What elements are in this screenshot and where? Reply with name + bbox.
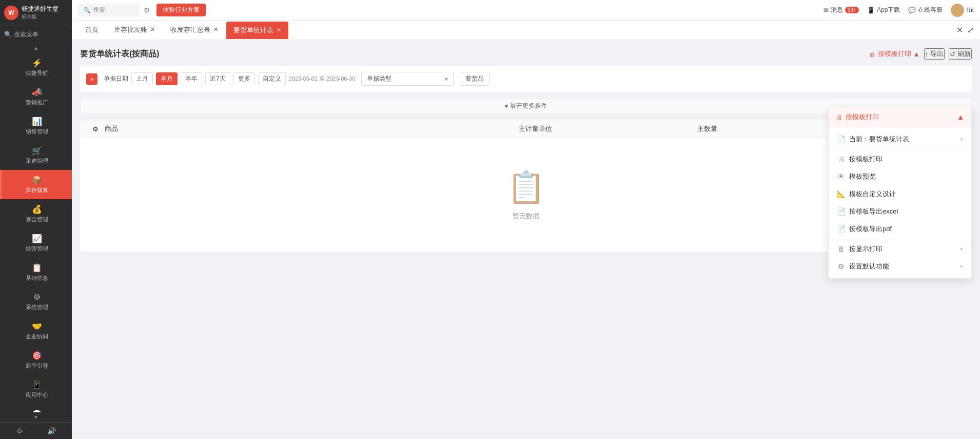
message-icon: ✉ — [824, 7, 829, 14]
export-excel-label: 按模板导出excel — [849, 207, 898, 216]
sidebar-item-quick-nav[interactable]: ⚡ 快捷导航 — [0, 53, 72, 82]
col-quantity: 主数量 — [621, 124, 794, 133]
dropdown-header-left: 🖨 按模板打印 — [836, 112, 879, 122]
export-button[interactable]: ↑ 导出 — [924, 48, 945, 60]
print-dropdown-popup: 🖨 按模板打印 ▲ 📄 当前：要货单统计表 ▾ 🖨 按模板打印 👁 — [828, 107, 972, 279]
message-badge: 99+ — [845, 7, 859, 13]
dropdown-template-print[interactable]: 🖨 按模板打印 — [829, 150, 971, 168]
order-goods-filter: 要货品 — [460, 72, 489, 86]
finance-icon: 💰 — [32, 204, 42, 214]
date-btn-last-month[interactable]: 上月 — [131, 72, 153, 85]
page-area: 要货单统计表(按商品) 🖨 按模板打印 ▲ ↑ 导出 ↺ 刷新 — [72, 40, 980, 439]
date-btn-more[interactable]: 更多 — [233, 72, 255, 85]
service-label: 在线客服 — [918, 6, 943, 14]
export-pdf-label: 按模板导出pdf — [849, 224, 892, 234]
refresh-button[interactable]: ↺ 刷新 — [949, 48, 972, 60]
sidebar-item-marketing[interactable]: 📣 营销推广 — [0, 82, 72, 111]
sidebar-nav: ⚡ 快捷导航 📣 营销推广 📊 销售管理 🛒 采购管理 📦 库存核算 💰 资金管… — [0, 53, 72, 412]
col-settings[interactable]: ⚙ — [86, 125, 105, 133]
cooperation-icon: 🤝 — [32, 321, 42, 331]
inventory-icon: 📦 — [32, 175, 42, 185]
date-btn-7days[interactable]: 近7天 — [205, 72, 230, 85]
tab-close-icon[interactable]: ✕ — [956, 25, 963, 35]
dropdown-export-excel[interactable]: 📄 按模板导出excel — [829, 203, 971, 220]
topbar-message[interactable]: ✉ 消息 99+ — [824, 6, 859, 14]
sidebar-item-inventory[interactable]: 📦 库存核算 — [0, 170, 72, 199]
date-btn-this-month[interactable]: 本月 — [156, 72, 178, 85]
tab-collect-summary[interactable]: 收发存汇总表 ✕ — [163, 21, 225, 40]
settings-icon[interactable]: ⚙ — [16, 427, 23, 435]
sidebar-item-operations[interactable]: 📈 经营管理 — [0, 228, 72, 258]
sidebar-item-cooperation[interactable]: 🤝 企业协同 — [0, 316, 72, 346]
tabs-bar: 首页 库存批次账 ✕ 收发存汇总表 ✕ 要货单统计表 ✕ ✕ ⤢ — [72, 21, 980, 40]
filter-toggle[interactable]: » — [86, 73, 97, 85]
order-type-dropdown[interactable]: 单据类型 ▾ — [361, 72, 454, 86]
topbar-app-download[interactable]: 📱 App下载 — [867, 6, 900, 14]
template-design-label: 模板自定义设计 — [849, 189, 896, 199]
sidebar-item-purchase[interactable]: 🛒 采购管理 — [0, 141, 72, 170]
sidebar-item-appstore[interactable]: 📱 应用中心 — [0, 375, 72, 404]
export-pdf-icon: 📄 — [837, 225, 845, 233]
topbar-online-service[interactable]: 💬 在线客服 — [908, 6, 943, 14]
trial-button[interactable]: 体验行业方案 — [156, 4, 206, 16]
topbar-right: ✉ 消息 99+ 📱 App下载 💬 在线客服 Rit — [824, 4, 974, 17]
tab-home[interactable]: 首页 — [78, 21, 106, 40]
dropdown-template-preview[interactable]: 👁 模板预览 — [829, 168, 971, 185]
marketing-icon: 📣 — [32, 87, 42, 97]
page-header: 要货单统计表(按商品) 🖨 按模板打印 ▲ ↑ 导出 ↺ 刷新 — [80, 48, 972, 60]
dropdown-template-design[interactable]: 📐 模板自定义设计 — [829, 185, 971, 203]
tab-expand-icon[interactable]: ⤢ — [967, 25, 974, 35]
date-label: 单据日期 — [104, 74, 128, 83]
topbar-search[interactable]: 🔍 搜索 — [78, 4, 140, 16]
close-order-summary-tab[interactable]: ✕ — [277, 27, 281, 33]
close-collect-summary-tab[interactable]: ✕ — [213, 26, 218, 33]
sidebar-item-system[interactable]: ⚙ 系统管理 — [0, 287, 72, 316]
empty-illustration: 📋 — [507, 169, 545, 205]
date-btn-this-year[interactable]: 本年 — [181, 72, 202, 85]
tab-order-summary[interactable]: 要货单统计表 ✕ — [226, 22, 288, 39]
topbar-gear-icon[interactable]: ⚙ — [144, 6, 150, 14]
sidebar-item-sales[interactable]: 📊 销售管理 — [0, 111, 72, 141]
default-func-arrow: ▾ — [960, 263, 963, 270]
template-print-label: 按模板打印 — [849, 155, 883, 164]
tab-inventory-batch[interactable]: 库存批次账 ✕ — [107, 21, 162, 40]
date-btn-custom[interactable]: 自定义 — [258, 72, 286, 85]
dropdown-export-pdf[interactable]: 📄 按模板导出pdf — [829, 220, 971, 238]
template-preview-label: 模板预览 — [849, 172, 876, 181]
date-filter-group: 单据日期 上月 本月 本年 近7天 更多 自定义 2023-06-01 至 20… — [104, 72, 355, 85]
export-excel-icon: 📄 — [837, 207, 845, 216]
template-print-icon: 🖨 — [837, 155, 845, 163]
sidebar-scroll-down[interactable]: ▼ — [0, 412, 72, 422]
page-actions: 🖨 按模板打印 ▲ ↑ 导出 ↺ 刷新 — [869, 48, 972, 60]
template-print-button[interactable]: 🖨 按模板打印 ▲ — [869, 49, 920, 59]
sidebar-item-finance[interactable]: 💰 资金管理 — [0, 199, 72, 228]
search-icon: 🔍 — [4, 31, 12, 38]
current-label: 当前：要货单统计表 — [849, 135, 909, 144]
user-avatar-area[interactable]: Rit — [951, 4, 974, 17]
sidebar-item-wechat[interactable]: 💬 企业微信 — [0, 404, 72, 412]
default-func-icon: ⚙ — [837, 262, 845, 271]
dropdown-current-template[interactable]: 📄 当前：要货单统计表 ▾ — [829, 130, 971, 148]
dropdown-close-icon[interactable]: ▲ — [957, 113, 964, 121]
sidebar-logo: W 畅捷通好生意 标准版 — [0, 0, 72, 26]
template-design-icon: 📐 — [837, 190, 845, 198]
dropdown-header: 🖨 按模板打印 ▲ — [829, 107, 971, 127]
export-icon: ↑ — [925, 50, 929, 58]
sidebar-search[interactable]: 🔍 搜索菜单 — [0, 26, 72, 43]
dropdown-display-print[interactable]: 🖥 按显示打印 ▾ — [829, 240, 971, 258]
chevron-up-icon: ▲ — [913, 50, 920, 58]
close-inventory-batch-tab[interactable]: ✕ — [150, 26, 155, 33]
date-range-display: 2023-06-01 至 2023-06-30 — [289, 75, 356, 83]
audio-icon[interactable]: 🔊 — [47, 427, 56, 435]
sidebar-item-basics[interactable]: 📋 基础信息 — [0, 258, 72, 287]
dropdown-default-func[interactable]: ⚙ 设置默认功能 ▾ — [829, 258, 971, 275]
display-print-arrow: ▾ — [960, 245, 963, 253]
message-label: 消息 — [831, 6, 843, 14]
sidebar-item-newbie[interactable]: 🎯 新手引导 — [0, 346, 72, 375]
sidebar-bottom: ⚙ 🔊 — [0, 422, 72, 439]
app-name-block: 畅捷通好生意 标准版 — [22, 5, 58, 21]
sidebar-scroll-up[interactable]: ▲ — [0, 43, 72, 53]
divider-2 — [829, 239, 971, 239]
quick-nav-icon: ⚡ — [32, 58, 42, 68]
app-version: 标准版 — [22, 13, 58, 21]
